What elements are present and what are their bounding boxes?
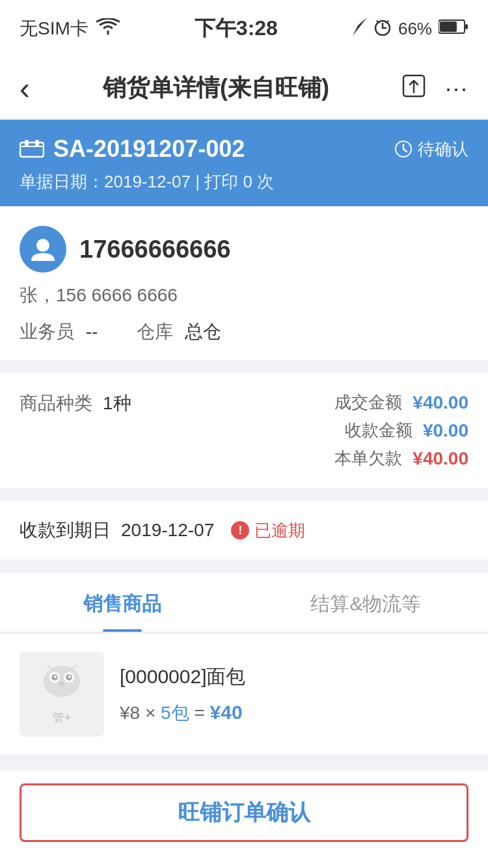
confirm-button[interactable]: 旺铺订单确认 xyxy=(20,783,468,842)
svg-rect-11 xyxy=(20,142,44,157)
svg-marker-0 xyxy=(353,18,367,36)
summary-card: 商品种类 1种 成交金额 ¥40.00 收款金额 ¥0.00 本单欠款 ¥40.… xyxy=(0,373,488,488)
svg-rect-7 xyxy=(440,21,457,32)
overdue-text: 已逾期 xyxy=(254,519,305,542)
status-right: 66% xyxy=(353,18,468,40)
customer-card: 17666666666 张，156 6666 6666 业务员 -- 仓库 总仓 xyxy=(0,206,488,360)
status-bar: 无SIM卡 下午3:28 66% xyxy=(0,0,488,57)
status-time: 下午3:28 xyxy=(195,14,278,43)
svg-rect-8 xyxy=(465,24,468,29)
balance-value: ¥40.00 xyxy=(413,448,468,469)
customer-name: 张，156 6666 6666 xyxy=(20,283,468,308)
location-icon xyxy=(353,18,367,40)
order-date: 单据日期：2019-12-07 | 打印 0 次 xyxy=(20,170,468,193)
svg-point-25 xyxy=(68,675,71,678)
battery-icon xyxy=(439,19,468,39)
battery-level: 66% xyxy=(398,19,432,39)
avatar xyxy=(20,226,66,273)
svg-point-24 xyxy=(54,675,57,678)
tab-sales-product[interactable]: 销售商品 xyxy=(0,573,244,632)
carrier-text: 无SIM卡 xyxy=(20,16,88,41)
bottom-bar: 旺铺订单确认 xyxy=(0,770,488,868)
svg-point-18 xyxy=(36,239,49,252)
order-banner: SA-20191207-002 待确认 单据日期：2019-12-07 | 打印… xyxy=(0,120,488,206)
amounts: 成交金额 ¥40.00 收款金额 ¥0.00 本单欠款 ¥40.00 xyxy=(334,391,468,470)
order-status: 待确认 xyxy=(394,138,468,161)
product-type-label: 商品种类 xyxy=(20,391,92,416)
status-text: 待确认 xyxy=(418,138,468,161)
tab-settlement[interactable]: 结算&物流等 xyxy=(244,573,488,632)
product-thumbnail: 管+ xyxy=(20,652,104,737)
status-left: 无SIM卡 xyxy=(20,16,120,41)
quantity-value: 5包 xyxy=(161,703,189,723)
equals-sign: = xyxy=(194,703,204,723)
svg-line-17 xyxy=(403,149,407,152)
tabs-container: 销售商品 结算&物流等 xyxy=(0,573,488,632)
share-button[interactable] xyxy=(402,74,426,103)
product-info: [0000002]面包 ¥8 × 5包 = ¥40 xyxy=(120,664,468,726)
product-type-row: 商品种类 1种 xyxy=(20,391,131,416)
overdue-badge: ! 已逾期 xyxy=(231,519,305,542)
salesperson-label: 业务员 xyxy=(20,321,74,342)
back-button[interactable]: ‹ xyxy=(20,70,30,106)
total-value: ¥40 xyxy=(210,701,243,723)
page-title: 销货单详情(来自旺铺) xyxy=(103,72,329,104)
transaction-value: ¥40.00 xyxy=(413,392,468,413)
warehouse-label: 仓库 xyxy=(137,321,173,342)
due-date-label: 收款到期日 xyxy=(20,518,111,543)
received-label: 收款金额 xyxy=(345,419,413,442)
product-name: [0000002]面包 xyxy=(120,664,468,690)
more-button[interactable]: ··· xyxy=(445,75,468,102)
wifi-icon xyxy=(96,18,120,40)
customer-phone: 17666666666 xyxy=(79,236,230,264)
transaction-label: 成交金额 xyxy=(334,391,402,414)
product-card: 管+ [0000002]面包 ¥8 × 5包 = ¥40 xyxy=(0,634,488,755)
nav-bar: ‹ 销货单详情(来自旺铺) ··· xyxy=(0,57,488,120)
product-type-value: 1种 xyxy=(103,391,131,416)
due-date-card: 收款到期日 2019-12-07 ! 已逾期 xyxy=(0,501,488,560)
warehouse-value: 总仓 xyxy=(185,321,221,342)
balance-label: 本单欠款 xyxy=(334,447,402,470)
svg-rect-13 xyxy=(25,140,29,146)
product-price: ¥8 × 5包 = ¥40 xyxy=(120,701,468,726)
shop-plus-text: 管+ xyxy=(53,710,72,726)
received-value: ¥0.00 xyxy=(423,420,468,441)
multiply-sign: × xyxy=(145,703,156,723)
alarm-icon xyxy=(373,18,392,40)
svg-rect-14 xyxy=(35,140,39,146)
salesperson-value: -- xyxy=(86,321,98,342)
overdue-icon: ! xyxy=(231,521,249,539)
order-id: SA-20191207-002 xyxy=(20,135,245,163)
customer-meta: 业务员 -- 仓库 总仓 xyxy=(20,319,468,344)
due-date-value: 2019-12-07 xyxy=(121,520,214,541)
price-value: ¥8 xyxy=(120,703,140,723)
product-logo-icon xyxy=(39,663,85,707)
